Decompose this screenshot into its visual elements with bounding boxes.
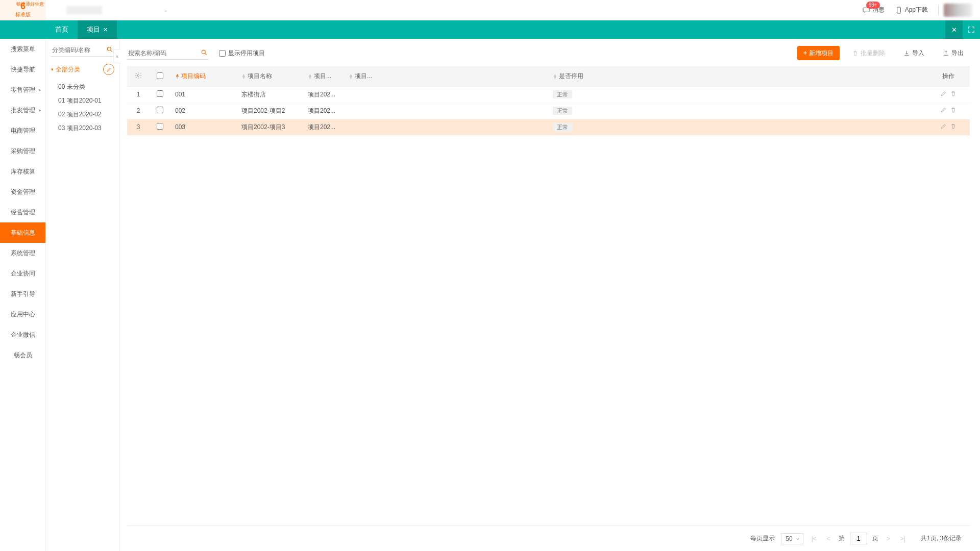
sidebar-item-9[interactable]: 基础信息	[0, 222, 45, 243]
row-edit-button[interactable]	[940, 123, 947, 131]
cell-name: 项目2002-项目3	[236, 119, 303, 135]
messages-button[interactable]: 99+ 消息	[862, 6, 885, 14]
cell-ops	[927, 103, 970, 119]
sidebar-item-4[interactable]: 电商管理	[0, 120, 45, 141]
fullscreen-button[interactable]	[963, 20, 980, 39]
tree-item-0[interactable]: 00 未分类	[58, 80, 119, 94]
col-3[interactable]: ▲▼项目...	[303, 67, 344, 86]
cell-c4	[344, 86, 548, 103]
sidebar-item-14[interactable]: 企业微信	[0, 324, 45, 345]
row-checkbox[interactable]	[157, 107, 163, 113]
sidebar: 搜索菜单快捷导航零售管理▸批发管理▸电商管理采购管理库存核算资金管理经营管理基础…	[0, 39, 46, 551]
sidebar-item-10[interactable]: 系统管理	[0, 243, 45, 263]
sidebar-item-2[interactable]: 零售管理▸	[0, 80, 45, 100]
svg-point-4	[137, 75, 139, 77]
cell-c3: 项目202...	[303, 119, 344, 135]
export-button[interactable]: 导出	[937, 46, 970, 60]
row-checkbox[interactable]	[157, 123, 163, 130]
search-icon[interactable]	[106, 46, 113, 55]
sidebar-item-0[interactable]: 搜索菜单	[0, 39, 45, 59]
sidebar-item-1[interactable]: 快捷导航	[0, 59, 45, 80]
export-label: 导出	[951, 49, 964, 58]
row-delete-button[interactable]	[950, 90, 957, 98]
col-4[interactable]: ▲▼项目...	[344, 67, 548, 86]
plus-icon: +	[803, 49, 807, 57]
col-status[interactable]: ▲▼是否停用	[548, 67, 927, 86]
select-all-checkbox[interactable]	[157, 72, 163, 79]
import-button[interactable]: 导入	[897, 46, 930, 60]
row-checkbox[interactable]	[157, 90, 163, 97]
add-project-label: 新增项目	[809, 49, 834, 58]
row-edit-button[interactable]	[940, 107, 947, 115]
export-icon	[943, 50, 949, 57]
search-icon[interactable]	[201, 49, 208, 58]
tab-home-label: 首页	[55, 25, 68, 34]
edit-category-button[interactable]	[103, 64, 114, 75]
col-ops: 操作	[927, 67, 970, 86]
show-disabled-checkbox[interactable]: 显示停用项目	[219, 49, 265, 58]
company-name-blur	[66, 6, 102, 14]
app-download-button[interactable]: App下载	[895, 6, 928, 14]
batch-delete-button[interactable]: 批量删除	[846, 46, 891, 60]
close-all-tabs[interactable]: ✕	[945, 20, 963, 39]
col-settings[interactable]	[127, 67, 150, 86]
tab-bar: 首页 项目 ✕ ✕	[0, 20, 980, 39]
tree-all-categories[interactable]: ▾ 全部分类	[51, 65, 103, 74]
company-selector[interactable]: ⌄	[66, 6, 168, 14]
brand-logo[interactable]: 6 标准版 畅捷通好生意	[0, 0, 46, 20]
sidebar-item-5[interactable]: 采购管理	[0, 141, 45, 161]
page-input[interactable]	[850, 533, 867, 544]
cell-code: 001	[170, 86, 236, 103]
app-download-label: App下载	[905, 6, 928, 14]
table-row[interactable]: 2002项目2002-项目2项目202...正常	[127, 103, 970, 119]
table-row[interactable]: 1001东楼街店项目202...正常	[127, 86, 970, 103]
cell-code: 003	[170, 119, 236, 135]
user-avatar[interactable]	[944, 4, 972, 17]
collapse-tree-button[interactable]: «	[113, 49, 120, 63]
tab-project[interactable]: 项目 ✕	[78, 20, 117, 39]
page-next[interactable]: >	[885, 535, 892, 542]
col-code[interactable]: ▲▼项目编码	[170, 67, 236, 86]
page-last[interactable]: >|	[898, 535, 908, 542]
sidebar-item-13[interactable]: 应用中心	[0, 304, 45, 324]
row-edit-button[interactable]	[940, 90, 947, 98]
message-badge: 99+	[866, 2, 880, 9]
add-project-button[interactable]: + 新增项目	[797, 46, 840, 60]
sidebar-item-3[interactable]: 批发管理▸	[0, 100, 45, 120]
page-suffix: 页	[872, 534, 878, 543]
tree-list: 00 未分类01 项目2020-0102 项目2020-0203 项目2020-…	[46, 80, 119, 135]
show-disabled-input[interactable]	[219, 50, 226, 57]
svg-point-3	[202, 50, 205, 54]
cell-status: 正常	[548, 86, 927, 103]
page-prev[interactable]: <	[825, 535, 832, 542]
divider	[938, 6, 939, 15]
sidebar-item-11[interactable]: 企业协同	[0, 263, 45, 284]
tree-item-3[interactable]: 03 项目2020-03	[58, 121, 119, 135]
page-first[interactable]: |<	[810, 535, 819, 542]
brand-sub: 标准版	[15, 11, 31, 18]
table-row[interactable]: 3003项目2002-项目3项目202...正常	[127, 119, 970, 135]
import-icon	[903, 50, 910, 57]
sidebar-item-12[interactable]: 新手引导	[0, 284, 45, 304]
tree-item-1[interactable]: 01 项目2020-01	[58, 94, 119, 108]
project-table: ▲▼项目编码 ▲▼项目名称 ▲▼项目... ▲▼项目... ▲▼是否停用 操作 …	[127, 66, 970, 525]
cell-ops	[927, 86, 970, 103]
sidebar-item-8[interactable]: 经营管理	[0, 202, 45, 222]
cell-c4	[344, 119, 548, 135]
sidebar-item-7[interactable]: 资金管理	[0, 182, 45, 202]
svg-point-2	[107, 47, 111, 51]
tree-item-2[interactable]: 02 项目2020-02	[58, 108, 119, 121]
row-delete-button[interactable]	[950, 123, 957, 131]
row-delete-button[interactable]	[950, 107, 957, 115]
sidebar-item-15[interactable]: 畅会员	[0, 345, 45, 365]
tab-home[interactable]: 首页	[46, 20, 78, 39]
close-icon[interactable]: ✕	[103, 27, 108, 33]
tree-search-input[interactable]	[51, 44, 114, 57]
per-page-select[interactable]: 50	[781, 533, 803, 544]
chevron-right-icon: ▸	[39, 108, 41, 113]
col-name[interactable]: ▲▼项目名称	[236, 67, 303, 86]
cell-name: 项目2002-项目2	[236, 103, 303, 119]
sidebar-item-6[interactable]: 库存核算	[0, 161, 45, 182]
col-checkbox[interactable]	[150, 67, 170, 86]
search-input[interactable]	[127, 47, 209, 60]
